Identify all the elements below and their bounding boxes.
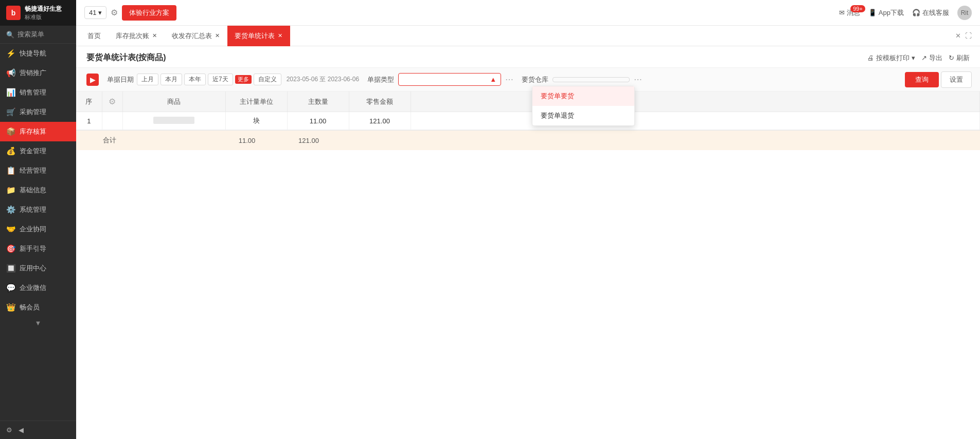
- close-tab-stock-summary[interactable]: ✕: [215, 32, 220, 39]
- dropdown-item-order[interactable]: 要货单要货: [532, 86, 634, 106]
- export-button[interactable]: ↗ 导出: [921, 53, 942, 63]
- sidebar-item-marketing[interactable]: 📢 营销推广: [0, 63, 76, 83]
- type-filter-select[interactable]: ▲: [398, 73, 501, 86]
- message-icon: ✉: [839, 9, 845, 16]
- filter-expand-button[interactable]: ▶: [86, 74, 99, 86]
- type-filter-input[interactable]: [403, 76, 490, 83]
- sidebar-item-sales[interactable]: 📊 销售管理: [0, 83, 76, 102]
- sidebar-collapse-icon[interactable]: ◀: [19, 426, 24, 434]
- sidebar-scroll-down[interactable]: ▼: [0, 317, 76, 329]
- marketing-icon: 📢: [6, 68, 15, 78]
- sidebar-item-system[interactable]: ⚙️ 系统管理: [0, 200, 76, 220]
- row-seq: 1: [76, 112, 102, 130]
- sidebar-item-inventory[interactable]: 📦 库存核算: [0, 122, 76, 141]
- purchase-icon: 🛒: [6, 107, 15, 117]
- tab-order-stats[interactable]: 要货单统计表 ✕: [227, 26, 290, 46]
- online-service-btn[interactable]: 🎧 在线客服: [912, 8, 949, 17]
- sidebar-item-quick-nav[interactable]: ⚡ 快捷导航: [0, 44, 76, 63]
- close-tab-inventory-batch[interactable]: ✕: [152, 32, 157, 39]
- query-button[interactable]: 查询: [905, 72, 939, 87]
- type-dropdown: 要货单要货 要货单退货: [532, 86, 635, 126]
- company-dropdown-icon: ▾: [98, 9, 102, 16]
- print-dropdown-icon: ▾: [912, 54, 915, 62]
- warehouse-select[interactable]: [553, 77, 630, 82]
- trial-button[interactable]: 体验行业方案: [122, 5, 176, 21]
- col-extra: [411, 92, 980, 112]
- table-row: 1 块 11.00 121.00: [76, 112, 980, 130]
- print-button[interactable]: 🖨 按模板打印 ▾: [867, 53, 915, 63]
- tab-close-all-icon[interactable]: ✕: [955, 32, 961, 40]
- sidebar-item-enterprise[interactable]: 🤝 企业协同: [0, 220, 76, 239]
- row-product: [122, 112, 225, 130]
- total-amount: 121.00: [278, 137, 340, 144]
- col-product: 商品: [122, 92, 225, 112]
- filter-settings-button[interactable]: 设置: [941, 71, 972, 88]
- app-logo: b 畅捷通好生意 标准版: [0, 0, 76, 26]
- download-icon: 📱: [868, 9, 877, 16]
- search-icon: 🔍: [6, 31, 14, 39]
- company-selector[interactable]: 41 ▾: [84, 6, 106, 19]
- date-btn-this-year[interactable]: 本年: [184, 74, 206, 85]
- product-placeholder: [153, 117, 194, 124]
- sidebar-item-finance[interactable]: 💰 资金管理: [0, 141, 76, 161]
- date-btn-this-month[interactable]: 本月: [161, 74, 182, 85]
- page-wrapper: 要货单统计表(按商品) 🖨 按模板打印 ▾ ↗ 导出 ↻ 刷新: [76, 46, 980, 439]
- app-name: 畅捷通好生意 标准版: [25, 5, 62, 21]
- sidebar: b 畅捷通好生意 标准版 🔍 搜索菜单 ⚡ 快捷导航 📢 营销推广 📊 销售管理…: [0, 0, 76, 439]
- page-title: 要货单统计表(按商品): [86, 52, 166, 63]
- data-table: 序 ⚙ 商品 主计量单位 主数量: [76, 92, 980, 130]
- enterprise-icon: 🤝: [6, 225, 15, 234]
- table-settings-icon[interactable]: ⚙: [109, 97, 116, 106]
- tab-home[interactable]: 首页: [80, 26, 109, 46]
- app-download-btn[interactable]: 📱 App下载: [868, 8, 904, 17]
- table-container: 序 ⚙ 商品 主计量单位 主数量: [76, 92, 980, 130]
- search-menu[interactable]: 🔍 搜索菜单: [0, 26, 76, 44]
- warehouse-filter-group: 要货仓库 ⋯: [522, 75, 642, 84]
- row-unit: 块: [225, 112, 287, 130]
- date-shortcuts: 上月 本月 本年 近7天 更多 自定义: [137, 74, 281, 85]
- date-filter-label: 单据日期: [107, 75, 134, 84]
- date-btn-custom[interactable]: 自定义: [254, 74, 281, 85]
- row-extra: [411, 112, 980, 130]
- content-area: 要货单统计表(按商品) 🖨 按模板打印 ▾ ↗ 导出 ↻ 刷新: [76, 46, 980, 439]
- type-filter-chevron[interactable]: ▲: [490, 76, 496, 83]
- refresh-button[interactable]: ↻ 刷新: [949, 53, 970, 63]
- user-avatar[interactable]: Rit: [957, 6, 972, 20]
- sidebar-item-operations[interactable]: 📋 经营管理: [0, 161, 76, 180]
- total-row: 合计 11.00 121.00: [76, 130, 980, 150]
- type-filter-more[interactable]: ⋯: [505, 75, 513, 84]
- topbar-settings-icon[interactable]: ⚙: [111, 8, 118, 17]
- quick-nav-icon: ⚡: [6, 49, 15, 58]
- tab-inventory-batch[interactable]: 库存批次账 ✕: [109, 26, 165, 46]
- header-actions: 🖨 按模板打印 ▾ ↗ 导出 ↻ 刷新: [867, 53, 970, 63]
- date-btn-last-month[interactable]: 上月: [137, 74, 158, 85]
- sidebar-item-purchase[interactable]: 🛒 采购管理: [0, 102, 76, 122]
- date-more-badge[interactable]: 更多: [235, 75, 252, 84]
- type-filter-group: 单据类型 ▲ ⋯ 要货单要货 要货单退货: [367, 73, 513, 86]
- apps-icon: 🔲: [6, 264, 15, 273]
- tab-maximize-icon[interactable]: ⛶: [965, 32, 972, 40]
- warehouse-filter-more[interactable]: ⋯: [634, 75, 642, 84]
- tabs-bar: 首页 库存批次账 ✕ 收发存汇总表 ✕ 要货单统计表 ✕ ✕ ⛶: [76, 26, 980, 46]
- dropdown-item-return[interactable]: 要货单退货: [532, 106, 634, 125]
- refresh-icon: ↻: [949, 54, 954, 62]
- basic-icon: 📁: [6, 186, 15, 195]
- logo-icon: b: [6, 6, 21, 20]
- message-btn[interactable]: ✉ 消息 99+: [839, 8, 860, 17]
- sidebar-item-basic[interactable]: 📁 基础信息: [0, 180, 76, 200]
- sidebar-item-apps[interactable]: 🔲 应用中心: [0, 259, 76, 278]
- topbar-right: ✉ 消息 99+ 📱 App下载 🎧 在线客服 Rit: [839, 6, 972, 20]
- close-tab-order-stats[interactable]: ✕: [278, 32, 282, 39]
- tab-stock-summary[interactable]: 收发存汇总表 ✕: [165, 26, 227, 46]
- sidebar-item-member[interactable]: 👑 畅会员: [0, 298, 76, 317]
- col-settings[interactable]: ⚙: [102, 92, 122, 112]
- main-area: 41 ▾ ⚙ 体验行业方案 ✉ 消息 99+ 📱 App下载 🎧 在线客服 Ri…: [76, 0, 980, 439]
- sidebar-item-guide[interactable]: 🎯 新手引导: [0, 239, 76, 259]
- type-filter-label: 单据类型: [367, 75, 394, 84]
- date-btn-last-7days[interactable]: 近7天: [208, 74, 233, 85]
- row-qty[interactable]: 11.00: [287, 112, 349, 130]
- sidebar-settings-icon[interactable]: ⚙: [6, 426, 12, 434]
- inventory-icon: 📦: [6, 127, 15, 136]
- sidebar-item-wechat[interactable]: 💬 企业微信: [0, 278, 76, 298]
- row-amount[interactable]: 121.00: [349, 112, 411, 130]
